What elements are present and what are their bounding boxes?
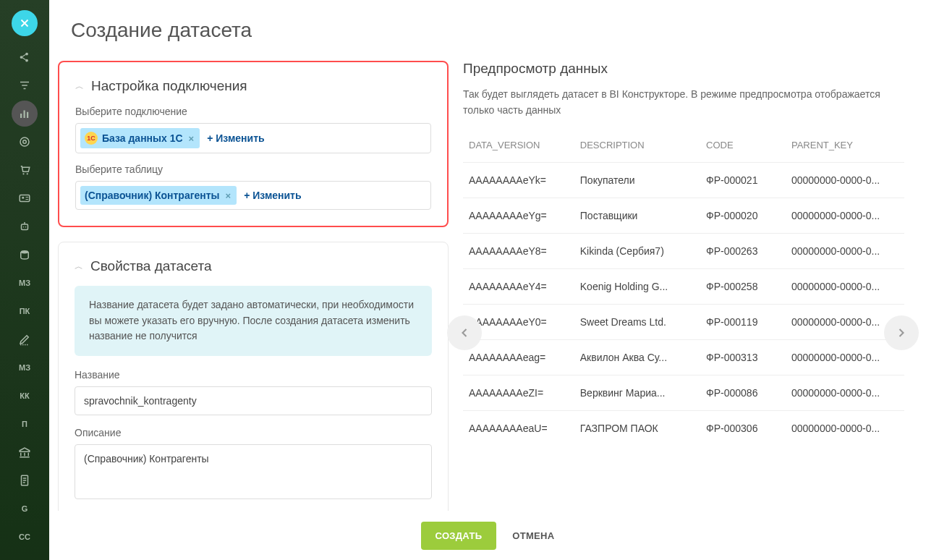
- nav-mz2[interactable]: МЗ: [12, 355, 38, 381]
- svg-point-1: [25, 53, 28, 56]
- table-cell: ФР-000021: [700, 163, 786, 198]
- table-cell: Верквинг Мариа...: [574, 376, 700, 411]
- robot-icon: [18, 220, 31, 233]
- svg-point-13: [23, 226, 25, 228]
- connection-chip: 1С База данных 1С ×: [80, 128, 200, 148]
- table-cell: AAAAAAAAeY8=: [463, 234, 574, 269]
- select-connection-label: Выберите подключение: [75, 106, 431, 117]
- table-row[interactable]: AAAAAAAAeYk=ПокупателиФР-00002100000000-…: [463, 163, 904, 198]
- chevron-up-icon[interactable]: ︿: [75, 80, 84, 93]
- table-cell: Kikinda (Сербия7): [574, 234, 700, 269]
- nav-p[interactable]: П: [12, 411, 38, 437]
- svg-point-0: [20, 56, 23, 59]
- create-button[interactable]: СОЗДАТЬ: [421, 522, 497, 550]
- table-cell: ФР-000020: [700, 198, 786, 234]
- svg-rect-3: [20, 114, 22, 118]
- bank-icon: [18, 446, 31, 459]
- onec-icon: 1С: [85, 132, 98, 145]
- col-header: DESCRIPTION: [574, 131, 700, 163]
- svg-point-6: [20, 137, 29, 146]
- svg-point-11: [22, 197, 24, 199]
- sidebar: МЗ ПК МЗ КК П G CC: [0, 0, 49, 560]
- nav-target[interactable]: [12, 129, 38, 155]
- description-label: Описание: [75, 427, 432, 438]
- table-row[interactable]: AAAAAAAAeZI=Верквинг Мариа...ФР-00008600…: [463, 376, 904, 411]
- nav-chart[interactable]: [12, 101, 38, 127]
- table-cell: 00000000-0000-0...: [786, 234, 904, 269]
- close-icon: [18, 17, 31, 30]
- table-row[interactable]: AAAAAAAAeY0=Sweet Dreams Ltd.ФР-00011900…: [463, 305, 904, 340]
- scroll-right-button[interactable]: [884, 315, 919, 350]
- remove-table-icon[interactable]: ×: [226, 190, 232, 201]
- table-chip: (Справочник) Контрагенты ×: [80, 186, 237, 205]
- remove-connection-icon[interactable]: ×: [189, 133, 195, 144]
- table-cell: AAAAAAAAeag=: [463, 340, 574, 376]
- nav-edit[interactable]: [12, 326, 38, 352]
- svg-rect-10: [20, 195, 30, 202]
- nav-db[interactable]: [12, 242, 38, 268]
- table-row[interactable]: AAAAAAAAeYg=ПоставщикиФР-00002000000000-…: [463, 198, 904, 234]
- nav-g[interactable]: G: [12, 496, 38, 522]
- table-cell: 00000000-0000-0...: [786, 376, 904, 411]
- change-table-link[interactable]: + Изменить: [244, 190, 301, 201]
- table-cell: Покупатели: [574, 163, 700, 198]
- share-icon: [18, 51, 31, 64]
- scroll-left-button[interactable]: [447, 315, 482, 350]
- id-card-icon: [18, 192, 31, 205]
- connection-selector[interactable]: 1С База данных 1С × + Изменить: [75, 123, 431, 153]
- preview-subtitle: Так будет выглядеть датасет в BI Констру…: [463, 87, 904, 118]
- table-row[interactable]: AAAAAAAAeY4=Koenig Holding G...ФР-000258…: [463, 269, 904, 305]
- svg-point-14: [25, 226, 27, 228]
- nav-bank[interactable]: [12, 439, 38, 465]
- nav-filter[interactable]: [12, 72, 38, 98]
- table-cell: 00000000-0000-0...: [786, 269, 904, 305]
- col-header: CODE: [700, 131, 786, 163]
- nav-doc[interactable]: [12, 467, 38, 493]
- nav-id[interactable]: [12, 185, 38, 211]
- nav-pk[interactable]: ПК: [12, 298, 38, 324]
- name-label: Название: [75, 369, 432, 381]
- table-cell: 00000000-0000-0...: [786, 411, 904, 446]
- connection-panel-title: Настройка подключения: [91, 78, 247, 94]
- chevron-right-icon: [894, 326, 909, 340]
- nav-cc[interactable]: CC: [12, 524, 38, 550]
- table-cell: AAAAAAAAeZI=: [463, 376, 574, 411]
- change-connection-link[interactable]: + Изменить: [207, 132, 264, 144]
- document-icon: [18, 474, 31, 487]
- svg-point-2: [25, 59, 28, 62]
- description-input[interactable]: (Справочник) Контрагенты: [75, 444, 432, 499]
- filter-icon: [18, 79, 31, 92]
- table-row[interactable]: AAAAAAAAeY8=Kikinda (Сербия7)ФР-00026300…: [463, 234, 904, 269]
- svg-rect-12: [22, 224, 28, 230]
- table-cell: Sweet Dreams Ltd.: [574, 305, 700, 340]
- svg-rect-4: [24, 111, 25, 119]
- table-cell: ФР-000313: [700, 340, 786, 376]
- col-header: PARENT_KEY: [786, 131, 904, 163]
- chevron-up-icon[interactable]: ︿: [75, 260, 83, 273]
- name-input[interactable]: [75, 386, 432, 415]
- nav-kk[interactable]: КК: [12, 383, 38, 409]
- table-cell: ФР-000086: [700, 376, 786, 411]
- table-cell: ФР-000119: [700, 305, 786, 340]
- nav-share[interactable]: [12, 44, 38, 70]
- table-cell: 00000000-0000-0...: [786, 198, 904, 234]
- table-cell: ГАЗПРОМ ПАОК: [574, 411, 700, 446]
- properties-panel-title: Свойства датасета: [90, 258, 212, 274]
- database-icon: [18, 248, 31, 261]
- table-cell: ФР-000258: [700, 269, 786, 305]
- table-cell: AAAAAAAAeYg=: [463, 198, 574, 234]
- close-button[interactable]: [12, 10, 38, 36]
- table-row[interactable]: AAAAAAAAeag=Аквилон Аква Су...ФР-0003130…: [463, 340, 904, 376]
- table-cell: AAAAAAAAeaU=: [463, 411, 574, 446]
- cancel-button[interactable]: ОТМЕНА: [512, 530, 554, 541]
- preview-panel: Предпросмотр данных Так будет выглядеть …: [463, 61, 904, 505]
- table-selector[interactable]: (Справочник) Контрагенты × + Изменить: [75, 181, 431, 210]
- table-cell: ФР-000306: [700, 411, 786, 446]
- table-row[interactable]: AAAAAAAAeaU=ГАЗПРОМ ПАОКФР-0003060000000…: [463, 411, 904, 446]
- cart-icon: [18, 164, 31, 177]
- nav-robot[interactable]: [12, 213, 38, 239]
- nav-mz1[interactable]: МЗ: [12, 270, 38, 296]
- target-icon: [18, 135, 31, 148]
- table-cell: 00000000-0000-0...: [786, 340, 904, 376]
- nav-cart[interactable]: [12, 157, 38, 183]
